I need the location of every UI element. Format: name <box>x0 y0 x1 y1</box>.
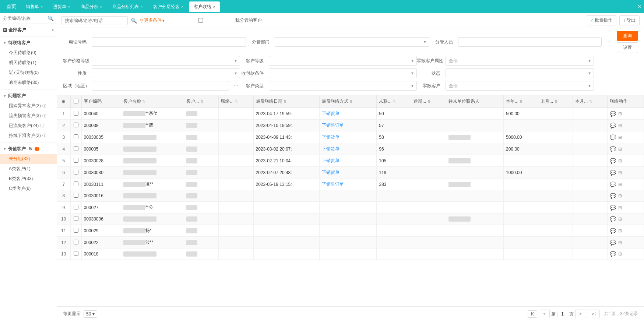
manager-dots-btn[interactable]: ··· <box>605 39 612 45</box>
my-customers-checkbox[interactable]: 我分管的客户 <box>168 17 262 24</box>
nav-tab-customer-contact[interactable]: 客户联络 × <box>189 1 219 12</box>
more-filter-btn[interactable]: ▽ 更多条件 ▾ <box>140 17 165 24</box>
row-checkbox[interactable] <box>74 193 78 198</box>
nav-tab-sales[interactable]: 销售单 × <box>21 1 47 12</box>
grid-action-icon[interactable]: ⊞ <box>618 251 622 257</box>
last-way-link[interactable]: 下销货单 <box>322 170 339 175</box>
row-checkbox[interactable] <box>74 205 78 209</box>
chat-icon[interactable]: 💬 <box>610 251 616 257</box>
last-contact-way[interactable] <box>319 225 376 237</box>
sidebar-search-input[interactable] <box>3 16 46 21</box>
last-way-link[interactable]: 下销货单 <box>322 134 339 140</box>
sidebar-item-warning[interactable]: 流失预警客户(3) ⓘ <box>0 111 57 121</box>
close-icon[interactable]: × <box>68 4 70 9</box>
per-page-select[interactable]: 50 ▾ <box>84 310 97 318</box>
nav-tab-customer-tier[interactable]: 客户分层经客 × <box>149 1 188 12</box>
sidebar-search-icon[interactable]: 🔍 <box>47 15 54 21</box>
col-checkbox[interactable] <box>70 95 81 108</box>
manager-select[interactable] <box>458 37 602 47</box>
close-icon[interactable]: × <box>140 4 142 9</box>
row-checkbox-cell[interactable] <box>70 202 81 214</box>
grid-action-icon[interactable]: ⊞ <box>618 170 622 175</box>
row-checkbox-cell[interactable] <box>70 108 81 120</box>
nature-select[interactable]: ▾ <box>92 68 240 78</box>
search-input[interactable] <box>61 16 128 25</box>
sidebar-item-classC[interactable]: C类客户(6) <box>0 184 57 194</box>
batch-op-button[interactable]: ✓ 批量操作 <box>586 15 616 25</box>
last-way-link[interactable]: 下销货单 <box>322 111 339 116</box>
chat-icon[interactable]: 💬 <box>610 158 616 164</box>
row-checkbox[interactable] <box>74 251 78 256</box>
last-contact-way[interactable] <box>319 190 376 202</box>
row-checkbox-cell[interactable] <box>70 131 81 143</box>
region-dots-btn[interactable]: ··· <box>232 82 240 89</box>
sidebar-group-value[interactable]: ▼ 价值客户 ↻ ! <box>0 144 57 154</box>
last-way-link[interactable]: 下销货单 <box>322 158 339 163</box>
phone-input[interactable] <box>92 37 246 47</box>
last-contact-way[interactable]: 下销货单 <box>319 167 376 179</box>
nav-tab-analysis-list[interactable]: 商品分析列表 × <box>108 1 147 12</box>
chat-icon[interactable]: 💬 <box>610 193 616 199</box>
nav-tab-purchase[interactable]: 进货单 × <box>49 1 74 12</box>
price-level-select[interactable]: ▾ <box>92 56 240 66</box>
chat-icon[interactable]: 💬 <box>610 205 616 211</box>
chat-icon[interactable]: 💬 <box>610 216 616 222</box>
row-checkbox[interactable] <box>74 158 78 163</box>
last-way-link[interactable]: 下销货单 <box>322 146 339 151</box>
last-way-link[interactable]: 下销售订单 <box>322 123 344 128</box>
row-checkbox-cell[interactable] <box>70 167 81 179</box>
sidebar-item-declining[interactable]: 持续下滑客户(2) ⓘ <box>0 131 57 141</box>
sidebar-all-customers[interactable]: ⊞ 全部客户 « <box>0 24 57 35</box>
sidebar-group-problem[interactable]: ▼ 问题客户 <box>0 91 57 101</box>
grid-action-icon[interactable]: ⊞ <box>618 182 622 187</box>
chat-icon[interactable]: 💬 <box>610 111 616 117</box>
grid-action-icon[interactable]: ⊞ <box>618 193 622 198</box>
chat-icon[interactable]: 💬 <box>610 170 616 176</box>
close-icon[interactable]: × <box>213 4 215 9</box>
close-icon[interactable]: × <box>41 4 43 9</box>
last-contact-way[interactable]: 下销售订单 <box>319 179 376 190</box>
chat-icon[interactable]: 💬 <box>610 240 616 246</box>
query-button[interactable]: 查询 <box>617 31 638 41</box>
close-icon[interactable]: × <box>100 4 102 9</box>
last-contact-way[interactable]: 下销货单 <box>319 155 376 167</box>
prev-page-btn[interactable]: ＜ <box>539 310 550 318</box>
chat-icon[interactable]: 💬 <box>610 146 616 152</box>
grid-action-icon[interactable]: ⊞ <box>618 228 622 233</box>
row-checkbox-cell[interactable] <box>70 179 81 190</box>
sidebar-item-lost[interactable]: 已流失客户(24) ⓘ <box>0 121 57 131</box>
region-select[interactable] <box>92 81 229 91</box>
row-checkbox[interactable] <box>74 134 78 139</box>
chat-icon[interactable]: 💬 <box>610 228 616 234</box>
last-contact-way[interactable]: 下销货单 <box>319 131 376 143</box>
row-checkbox-cell[interactable] <box>70 248 81 260</box>
row-checkbox-cell[interactable] <box>70 143 81 155</box>
nav-home[interactable]: 首页 <box>3 3 20 10</box>
sidebar-item-ungroup[interactable]: 未分组(32) <box>0 154 57 164</box>
sidebar-item-tomorrow[interactable]: 明天待联络(1) <box>0 58 57 68</box>
row-checkbox-cell[interactable] <box>70 225 81 237</box>
row-checkbox[interactable] <box>74 240 78 244</box>
next-page-btn[interactable]: ＞ <box>575 310 586 318</box>
export-button[interactable]: ↑ 导出 <box>619 15 640 25</box>
grid-action-icon[interactable]: ⊞ <box>618 111 622 116</box>
last-contact-way[interactable]: 下销售订单 <box>319 120 376 131</box>
grid-action-icon[interactable]: ⊞ <box>618 205 622 210</box>
row-checkbox[interactable] <box>74 216 78 221</box>
search-bar-icon[interactable]: 🔍 <box>131 18 137 24</box>
close-icon[interactable]: × <box>181 4 183 9</box>
last-contact-way[interactable] <box>319 237 376 248</box>
row-checkbox[interactable] <box>74 123 78 127</box>
status-select[interactable]: ▾ <box>446 68 594 78</box>
refresh-icon[interactable]: ↻ <box>29 147 32 152</box>
grid-action-icon[interactable]: ⊞ <box>618 135 622 140</box>
last-contact-way[interactable]: 下销货单 <box>319 143 376 155</box>
chat-icon[interactable]: 💬 <box>610 181 616 187</box>
grid-action-icon[interactable]: ⊞ <box>618 147 622 152</box>
sidebar-item-abnormal[interactable]: 囤购异常客户(2) ⓘ <box>0 101 57 111</box>
row-checkbox-cell[interactable] <box>70 237 81 248</box>
cust-type-select[interactable]: ▾ <box>269 81 417 91</box>
row-checkbox[interactable] <box>74 228 78 233</box>
payment-select[interactable]: ▾ <box>269 68 417 78</box>
select-all-checkbox[interactable] <box>74 99 78 103</box>
